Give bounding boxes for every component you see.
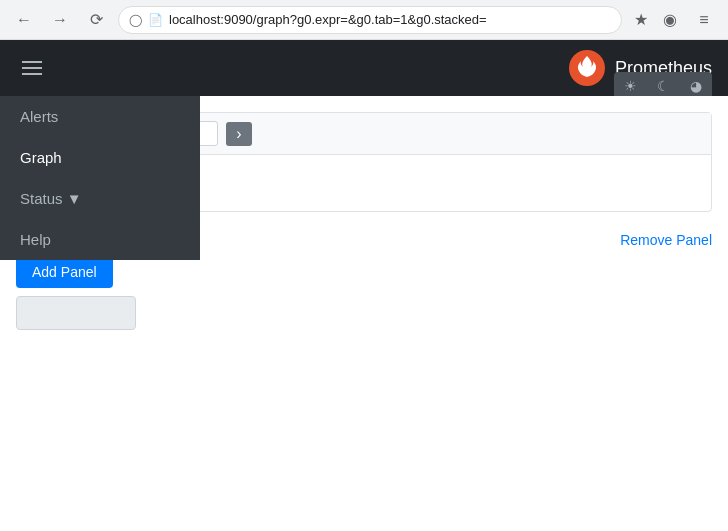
brand-logo (569, 50, 605, 86)
add-panel-button[interactable]: Add Panel (16, 256, 113, 288)
eval-next-button[interactable]: › (226, 122, 251, 146)
back-button[interactable]: ← (10, 6, 38, 34)
shield-button[interactable]: ◉ (656, 6, 684, 34)
sidebar-item-graph[interactable]: Graph (0, 137, 200, 178)
secure-icon: ◯ (129, 13, 142, 27)
browser-menu-button[interactable]: ≡ (690, 6, 718, 34)
sidebar-item-alerts[interactable]: Alerts (0, 96, 200, 137)
reload-button[interactable]: ⟳ (82, 6, 110, 34)
hamburger-line-2 (22, 67, 42, 69)
input-placeholder-bar (16, 296, 136, 330)
status-label: Status (20, 190, 63, 207)
hamburger-button[interactable] (16, 55, 48, 81)
hamburger-line-1 (22, 61, 42, 63)
sidebar-item-help[interactable]: Help (0, 219, 200, 260)
forward-button[interactable]: → (46, 6, 74, 34)
bookmark-button[interactable]: ★ (634, 10, 648, 29)
remove-panel-button[interactable]: Remove Panel (620, 232, 712, 248)
page-wrapper: ← → ⟳ ◯ 📄 localhost:9090/graph?g0.expr=&… (0, 0, 728, 346)
address-bar: ◯ 📄 localhost:9090/graph?g0.expr=&g0.tab… (118, 6, 622, 34)
hamburger-line-3 (22, 73, 42, 75)
page-icon: 📄 (148, 13, 163, 27)
dropdown-arrow-icon: ▼ (67, 190, 82, 207)
nav-menu: Alerts Graph Status ▼ Help (0, 96, 200, 260)
sidebar-item-status[interactable]: Status ▼ (0, 178, 200, 219)
navbar: Alerts Graph Status ▼ Help Prometheus ☀ … (0, 40, 728, 96)
browser-actions: ◉ ≡ (656, 6, 718, 34)
url-text: localhost:9090/graph?g0.expr=&g0.tab=1&g… (169, 12, 487, 27)
browser-chrome: ← → ⟳ ◯ 📄 localhost:9090/graph?g0.expr=&… (0, 0, 728, 40)
